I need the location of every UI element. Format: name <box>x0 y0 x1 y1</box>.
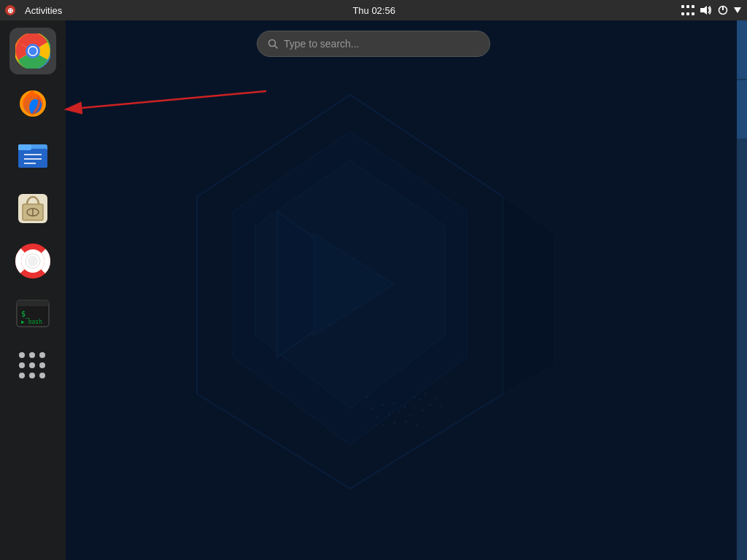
svg-point-66 <box>28 256 38 266</box>
dock-item-files[interactable] <box>9 133 56 179</box>
clock-label: Thu 02:56 <box>352 5 395 16</box>
dock-item-appgrid[interactable] <box>9 343 56 389</box>
svg-point-13 <box>410 415 412 417</box>
dock-item-help[interactable] <box>9 238 56 284</box>
svg-line-40 <box>275 46 278 49</box>
svg-text:▶ bash: ▶ bash <box>21 319 42 325</box>
svg-text:$_: $_ <box>21 310 31 319</box>
svg-point-19 <box>419 399 422 401</box>
svg-point-21 <box>422 410 425 412</box>
right-panel <box>737 20 747 560</box>
svg-marker-38 <box>734 7 741 13</box>
svg-rect-31 <box>692 5 694 8</box>
tray-dropdown-icon[interactable] <box>734 7 741 13</box>
svg-point-46 <box>29 47 37 55</box>
svg-rect-34 <box>692 12 694 15</box>
dock-item-firefox[interactable] <box>9 80 56 127</box>
svg-point-24 <box>436 398 438 400</box>
gnome-logo-icon: ⊕ <box>4 4 16 16</box>
svg-rect-33 <box>686 12 689 15</box>
topbar-clock: Thu 02:56 <box>352 5 395 16</box>
svg-point-12 <box>399 411 401 413</box>
search-container <box>257 31 490 57</box>
search-icon <box>268 39 278 49</box>
svg-point-9 <box>404 406 406 408</box>
activities-button[interactable]: Activities <box>20 4 66 18</box>
right-panel-item-1 <box>737 20 747 79</box>
dock-item-terminal[interactable]: $_ ▶ bash <box>9 290 56 337</box>
svg-point-6 <box>371 408 374 410</box>
svg-rect-30 <box>686 5 689 8</box>
sound-tray-icon[interactable] <box>700 5 712 15</box>
network-tray-icon[interactable] <box>681 5 694 15</box>
desktop-background <box>0 0 747 560</box>
svg-point-7 <box>382 404 384 406</box>
dock-item-store[interactable] <box>9 185 56 232</box>
svg-point-18 <box>366 397 368 399</box>
svg-point-23 <box>425 393 427 395</box>
svg-point-10 <box>377 416 379 419</box>
search-bar[interactable] <box>257 31 490 57</box>
svg-point-17 <box>416 424 418 426</box>
svg-point-25 <box>441 406 443 408</box>
svg-marker-35 <box>700 6 707 15</box>
desktop <box>0 0 747 560</box>
svg-point-16 <box>405 421 407 423</box>
svg-point-20 <box>430 404 432 406</box>
svg-rect-68 <box>17 300 49 306</box>
appgrid-icon <box>15 349 50 384</box>
svg-point-22 <box>414 397 416 399</box>
svg-point-8 <box>393 402 395 405</box>
svg-rect-29 <box>681 5 684 8</box>
topbar-tray <box>681 5 747 15</box>
dock-item-chrome[interactable] <box>9 28 56 74</box>
power-tray-icon[interactable] <box>718 5 728 15</box>
topbar-left: ⊕ Activities <box>0 4 66 18</box>
svg-point-14 <box>383 424 385 427</box>
svg-point-15 <box>394 422 396 424</box>
search-input[interactable] <box>284 38 473 50</box>
right-panel-item-2 <box>737 80 747 139</box>
topbar: ⊕ Activities Thu 02:56 <box>0 0 747 20</box>
svg-point-11 <box>388 413 390 416</box>
svg-rect-53 <box>18 144 31 150</box>
svg-text:⊕: ⊕ <box>7 7 13 15</box>
dock: $_ ▶ bash <box>0 20 66 560</box>
svg-rect-32 <box>681 12 684 15</box>
